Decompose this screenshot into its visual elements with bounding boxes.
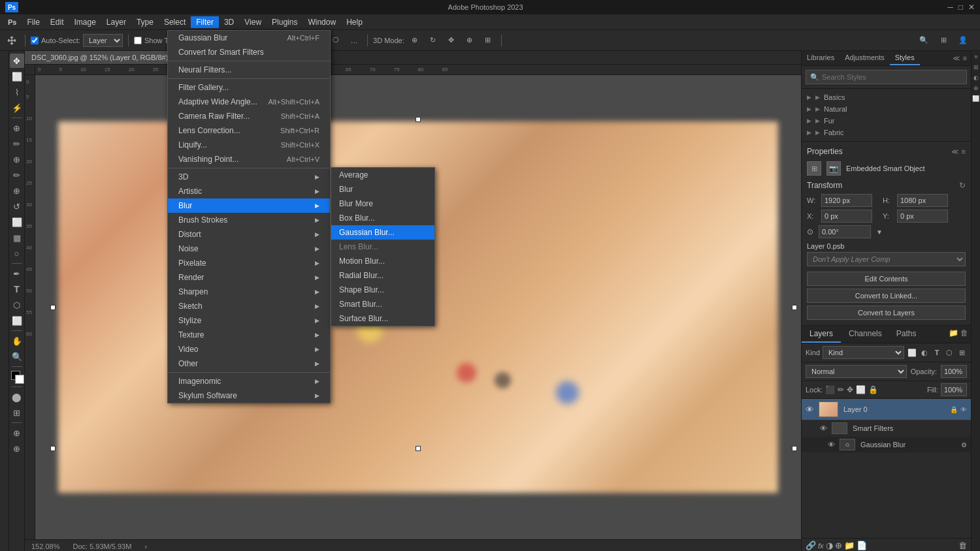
styles-group-fur[interactable]: ▶ Fur (804, 115, 968, 127)
tool-path[interactable]: ⬡ (10, 298, 24, 312)
right-icon-3[interactable]: ◐ (973, 74, 979, 81)
layer0-lock-icon[interactable]: 🔒 (950, 406, 958, 413)
status-arrow[interactable]: › (144, 543, 147, 550)
right-icon-5[interactable]: ⬜ (972, 95, 979, 102)
filter-item-other[interactable]: Other ▶ (168, 356, 330, 371)
tool-brush[interactable]: ✏ (10, 168, 24, 182)
minimize-btn[interactable]: ─ (947, 3, 953, 12)
tool-zoom[interactable]: 🔍 (10, 349, 24, 364)
handle-left-center[interactable] (50, 305, 56, 310)
h-input[interactable] (897, 194, 948, 207)
layers-tab-paths[interactable]: Paths (890, 326, 923, 343)
filter-item-skylum[interactable]: Skylum Software ▶ (168, 388, 330, 403)
layers-delete-icon[interactable]: 🗑 (960, 328, 968, 340)
blur-item-blur-more[interactable]: Blur More (331, 197, 434, 211)
maximize-btn[interactable]: □ (958, 3, 963, 12)
3d-drag-btn[interactable]: ✥ (444, 33, 459, 48)
styles-group-fabric[interactable]: ▶ Fabric (804, 127, 968, 138)
layer-link-icon[interactable]: 🔗 (806, 541, 816, 550)
3d-scale-btn[interactable]: ⊞ (480, 33, 496, 48)
menu-item-ps[interactable]: Ps (3, 17, 22, 27)
menu-item-help[interactable]: Help (341, 16, 368, 28)
tool-pen[interactable]: ✒ (10, 266, 24, 281)
filter-item-artistic[interactable]: Artistic ▶ (168, 184, 330, 198)
menu-item-window[interactable]: Window (302, 16, 341, 28)
fill-input[interactable] (941, 383, 967, 396)
tool-magic-wand[interactable]: ⚡ (10, 101, 24, 115)
menu-item-layer[interactable]: Layer (101, 16, 131, 28)
layer-new-icon[interactable]: 📄 (857, 541, 867, 550)
filter-item-noise[interactable]: Noise ▶ (168, 242, 330, 256)
filter-kind-select[interactable]: Kind (823, 346, 904, 359)
filter-item-sharpen[interactable]: Sharpen ▶ (168, 285, 330, 299)
tool-eraser[interactable]: ⬜ (10, 215, 24, 229)
tool-type[interactable]: T (10, 282, 24, 296)
layer-row-layer0[interactable]: 👁 Layer 0 🔒 👁 (802, 399, 971, 420)
menu-item-plugins[interactable]: Plugins (267, 16, 302, 28)
filter-smart-icon[interactable]: ⊞ (956, 347, 967, 358)
smart-filters-eye-icon[interactable]: 👁 (820, 424, 829, 432)
panel-tab-libraries[interactable]: Libraries (802, 51, 840, 65)
filter-item-video[interactable]: Video ▶ (168, 342, 330, 356)
sublayer-gaussian-blur[interactable]: 👁 G Gaussian Blur ⚙ (802, 437, 971, 453)
filter-item-gallery[interactable]: Filter Gallery... (168, 80, 330, 95)
blur-item-blur[interactable]: Blur (331, 182, 434, 197)
panel-menu-icon[interactable]: ≡ (963, 54, 967, 63)
handle-top-center[interactable] (416, 117, 421, 122)
blur-item-box-blur[interactable]: Box Blur... (331, 211, 434, 225)
tool-select-rect[interactable]: ⬜ (10, 69, 24, 84)
lock-artboard-icon[interactable]: ⬜ (856, 385, 866, 394)
foreground-color[interactable] (10, 370, 24, 384)
tool-clone[interactable]: ⊕ (10, 183, 24, 198)
right-icon-2[interactable]: ⊞ (973, 64, 979, 71)
panel-expand-icon[interactable]: ≪ (953, 54, 960, 63)
gaussian-blur-options-icon[interactable]: ⚙ (961, 441, 967, 449)
lock-transparent-icon[interactable]: ⬛ (825, 385, 835, 394)
layers-tab-layers[interactable]: Layers (802, 326, 841, 343)
filter-item-distort[interactable]: Distort ▶ (168, 227, 330, 242)
lock-paint-icon[interactable]: ✏ (838, 385, 844, 394)
layer0-eye-icon[interactable]: 👁 (806, 405, 816, 415)
tool-crop[interactable]: ⊕ (10, 121, 24, 135)
filter-item-imagenomic[interactable]: Imagenomic ▶ (168, 374, 330, 388)
close-btn[interactable]: ✕ (968, 3, 975, 12)
show-transform-checkbox[interactable] (134, 37, 142, 44)
menu-item-type[interactable]: Type (131, 16, 159, 28)
x-input[interactable] (821, 210, 872, 223)
menu-item-filter[interactable]: Filter (191, 16, 219, 28)
filter-item-neural[interactable]: Neural Filters... (168, 63, 330, 77)
layer-comp-select[interactable]: Don't Apply Layer Comp (807, 252, 966, 266)
filter-adj-icon[interactable]: ◐ (919, 347, 930, 358)
layer-fx-icon[interactable]: fx (818, 542, 824, 550)
styles-group-natural[interactable]: ▶ Natural (804, 103, 968, 115)
convert-layers-btn[interactable]: Convert to Layers (807, 306, 966, 320)
menu-item-3d[interactable]: 3D (219, 16, 239, 28)
layer-group-icon[interactable]: 📁 (844, 541, 855, 550)
lock-all-icon[interactable]: 🔒 (868, 385, 878, 394)
tool-lasso[interactable]: ⌇ (10, 85, 24, 99)
move-tool-btn[interactable] (4, 33, 20, 48)
convert-linked-btn[interactable]: Convert to Linked... (807, 289, 966, 303)
layer-mask-icon[interactable]: ◑ (826, 541, 833, 550)
blur-item-lens-blur[interactable]: Lens Blur... (331, 240, 434, 254)
window-controls[interactable]: ─ □ ✕ (947, 3, 975, 12)
filter-pixel-icon[interactable]: ⬜ (907, 347, 917, 358)
filter-item-liquify[interactable]: Liquify... Shift+Ctrl+X (168, 138, 330, 152)
layers-tab-channels[interactable]: Channels (841, 326, 890, 343)
filter-item-brush-strokes[interactable]: Brush Strokes ▶ (168, 213, 330, 227)
sublayer-smart-filters[interactable]: 👁 Smart Filters (802, 420, 971, 437)
layer-delete-icon[interactable]: 🗑 (958, 541, 967, 550)
handle-bottom-center[interactable] (416, 446, 421, 451)
blur-item-gaussian-blur[interactable]: Gaussian Blur... (331, 225, 434, 240)
transform-refresh-icon[interactable]: ↻ (959, 181, 966, 190)
blur-item-radial-blur[interactable]: Radial Blur... (331, 268, 434, 283)
panel-tab-adjustments[interactable]: Adjustments (840, 51, 890, 65)
properties-menu-icon[interactable]: ≡ (962, 148, 966, 156)
search-btn[interactable]: 🔍 (916, 33, 932, 48)
3d-rotate-btn[interactable]: ⊕ (407, 33, 423, 48)
tool-hand[interactable]: ✋ (10, 334, 24, 348)
filter-item-camera-raw[interactable]: Camera Raw Filter... Shift+Ctrl+A (168, 109, 330, 123)
3d-roll-btn[interactable]: ↻ (425, 33, 441, 48)
user-icon[interactable]: 👤 (955, 33, 971, 48)
tool-frame[interactable]: ⊞ (10, 405, 24, 420)
